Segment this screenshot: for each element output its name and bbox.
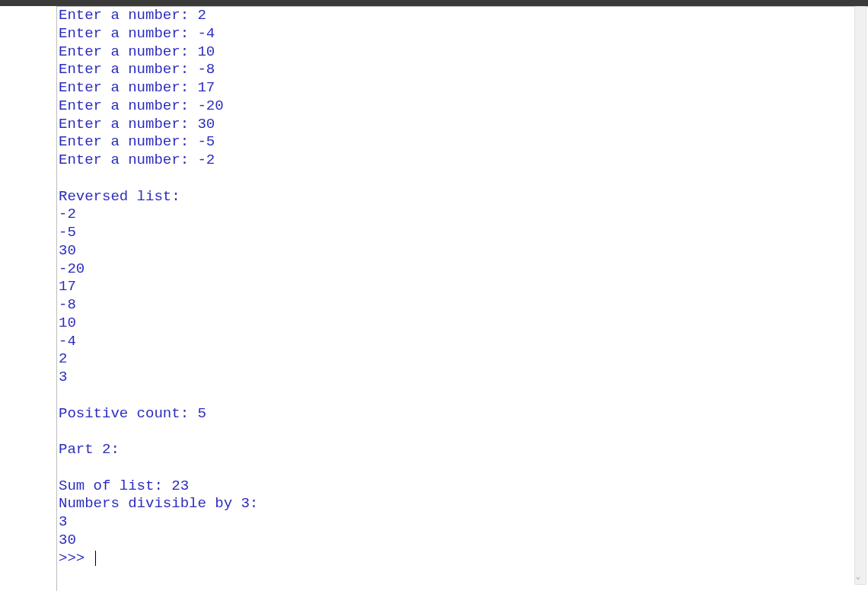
main-container: Enter a number: 2 Enter a number: -4 Ent… — [0, 6, 868, 591]
prompt-label: Enter a number: — [59, 7, 189, 24]
prompt-value: 30 — [197, 116, 215, 133]
shell-output[interactable]: Enter a number: 2 Enter a number: -4 Ent… — [56, 6, 868, 591]
positive-count-value: 5 — [197, 405, 206, 422]
reversed-header: Reversed list: — [59, 188, 865, 206]
list-item: 30 — [59, 532, 865, 550]
sum-value: 23 — [171, 478, 189, 494]
input-prompt-line: Enter a number: 30 — [59, 116, 865, 134]
sum-label: Sum of list: — [59, 478, 163, 494]
positive-count-line: Positive count: 5 — [59, 405, 865, 423]
prompt-value: 2 — [197, 7, 206, 24]
chevron-down-icon[interactable]: ⌄ — [854, 572, 863, 581]
list-item: -8 — [59, 296, 865, 315]
input-prompt-line: Enter a number: -20 — [59, 97, 865, 116]
list-item: 3 — [59, 369, 865, 387]
blank-line — [59, 170, 865, 188]
prompt-label: Enter a number: — [59, 61, 189, 78]
prompt-label: Enter a number: — [59, 25, 189, 42]
input-prompt-line: Enter a number: 10 — [59, 43, 865, 62]
input-prompt-line: Enter a number: 2 — [59, 7, 865, 25]
input-prompt-line: Enter a number: -4 — [59, 25, 865, 43]
prompt-value: 17 — [197, 79, 215, 96]
positive-count-label: Positive count: — [59, 405, 189, 422]
list-item: -5 — [59, 224, 865, 242]
window-top-bar — [0, 0, 868, 6]
prompt-value: -4 — [197, 25, 215, 42]
shell-prompt[interactable]: >>> — [59, 550, 865, 568]
list-item: 2 — [59, 350, 865, 369]
prompt-symbol: >>> — [59, 550, 94, 568]
prompt-value: 10 — [197, 43, 215, 60]
prompt-label: Enter a number: — [59, 97, 189, 114]
vertical-scrollbar[interactable]: ⌄ — [854, 6, 866, 585]
list-item: -2 — [59, 206, 865, 224]
prompt-label: Enter a number: — [59, 116, 189, 133]
prompt-value: -5 — [197, 133, 215, 150]
list-item: -4 — [59, 333, 865, 351]
blank-line — [59, 423, 865, 441]
prompt-value: -8 — [197, 61, 215, 78]
prompt-label: Enter a number: — [59, 133, 189, 150]
list-item: 3 — [59, 513, 865, 532]
text-cursor — [95, 551, 97, 566]
list-item: 17 — [59, 278, 865, 296]
left-gutter — [0, 6, 56, 591]
prompt-value: -20 — [197, 97, 223, 114]
prompt-value: -2 — [197, 152, 215, 168]
input-prompt-line: Enter a number: -8 — [59, 61, 865, 79]
prompt-label: Enter a number: — [59, 43, 189, 60]
list-item: 30 — [59, 242, 865, 260]
blank-line — [59, 387, 865, 405]
part2-header: Part 2: — [59, 441, 865, 459]
blank-line — [59, 459, 865, 478]
list-item: 10 — [59, 315, 865, 333]
list-item: -20 — [59, 260, 865, 279]
prompt-label: Enter a number: — [59, 152, 189, 168]
input-prompt-line: Enter a number: -2 — [59, 152, 865, 170]
div3-header: Numbers divisible by 3: — [59, 495, 865, 513]
sum-line: Sum of list: 23 — [59, 478, 865, 496]
input-prompt-line: Enter a number: -5 — [59, 133, 865, 152]
input-prompt-line: Enter a number: 17 — [59, 79, 865, 97]
prompt-label: Enter a number: — [59, 79, 189, 96]
